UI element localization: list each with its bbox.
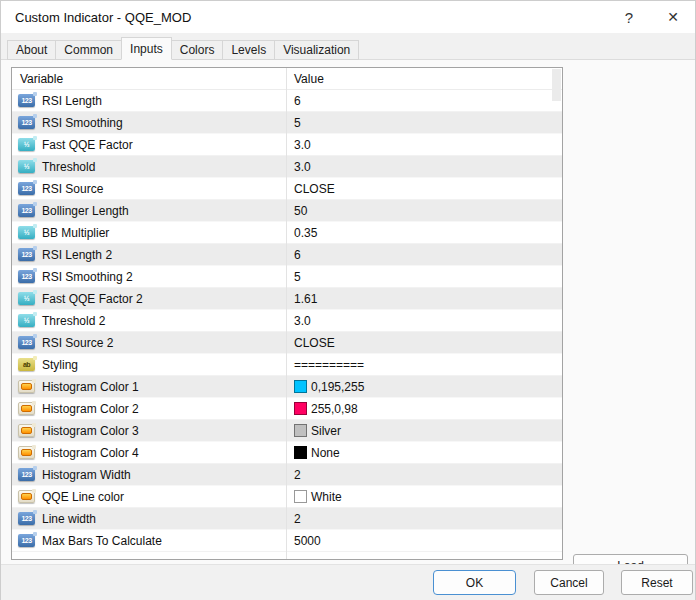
value-cell[interactable]: 1.61 bbox=[286, 292, 562, 306]
value-cell[interactable]: 5 bbox=[286, 116, 562, 130]
table-row[interactable]: ½ Threshold 2 3.0 bbox=[12, 310, 562, 332]
value-cell[interactable]: 0.35 bbox=[286, 226, 562, 240]
table-row[interactable]: QQE Line color White bbox=[12, 486, 562, 508]
color-type-icon bbox=[18, 424, 35, 437]
value-text: 1.61 bbox=[294, 292, 317, 306]
tab-colors[interactable]: Colors bbox=[171, 40, 224, 60]
variable-cell: ½ Threshold bbox=[12, 160, 286, 174]
value-cell[interactable]: 3.0 bbox=[286, 160, 562, 174]
double-type-icon: ½ bbox=[18, 292, 35, 305]
table-row[interactable]: Histogram Color 1 0,195,255 bbox=[12, 376, 562, 398]
value-cell[interactable]: White bbox=[286, 490, 562, 504]
tab-label: Colors bbox=[180, 43, 215, 57]
table-row[interactable]: 123 Line width 2 bbox=[12, 508, 562, 530]
table-row[interactable]: 123 RSI Length 6 bbox=[12, 90, 562, 112]
value-text: None bbox=[311, 446, 340, 460]
table-row[interactable]: ab Styling ========== bbox=[12, 354, 562, 376]
table-row[interactable]: 123 RSI Smoothing 5 bbox=[12, 112, 562, 134]
value-text: 2 bbox=[294, 468, 301, 482]
dialog-title: Custom Indicator - QQE_MOD bbox=[15, 10, 191, 25]
variable-label: RSI Smoothing bbox=[42, 116, 123, 130]
variable-label: Histogram Width bbox=[42, 468, 131, 482]
variable-cell: ab Styling bbox=[12, 358, 286, 372]
table-row[interactable]: ½ BB Multiplier 0.35 bbox=[12, 222, 562, 244]
variable-label: Histogram Color 1 bbox=[42, 380, 139, 394]
table-row[interactable]: 123 Max Bars To Calculate 5000 bbox=[12, 530, 562, 552]
value-cell[interactable]: Silver bbox=[286, 424, 562, 438]
variable-label: Threshold 2 bbox=[42, 314, 105, 328]
custom-indicator-dialog: Custom Indicator - QQE_MOD ? ✕ About Com… bbox=[0, 0, 696, 600]
reset-button[interactable]: Reset bbox=[621, 570, 693, 595]
value-cell[interactable]: 3.0 bbox=[286, 314, 562, 328]
table-row[interactable]: 123 RSI Source 2 CLOSE bbox=[12, 332, 562, 354]
value-cell[interactable]: 6 bbox=[286, 248, 562, 262]
tab-levels[interactable]: Levels bbox=[222, 40, 275, 60]
table-row[interactable]: Histogram Color 4 None bbox=[12, 442, 562, 464]
tab-common[interactable]: Common bbox=[55, 40, 122, 60]
value-text: Silver bbox=[311, 424, 341, 438]
value-cell[interactable]: 5000 bbox=[286, 534, 562, 548]
variable-cell: ½ Threshold 2 bbox=[12, 314, 286, 328]
variable-cell: 123 Line width bbox=[12, 512, 286, 526]
variable-label: RSI Length bbox=[42, 94, 102, 108]
table-header: Variable Value bbox=[12, 68, 562, 90]
value-cell[interactable]: 2 bbox=[286, 468, 562, 482]
column-header-variable: Variable bbox=[12, 72, 286, 86]
value-cell[interactable]: ========== bbox=[286, 358, 562, 372]
int-type-icon: 123 bbox=[18, 182, 35, 195]
table-row[interactable]: 123 RSI Smoothing 2 5 bbox=[12, 266, 562, 288]
value-cell[interactable]: 255,0,98 bbox=[286, 402, 562, 416]
table-row[interactable]: Histogram Color 2 255,0,98 bbox=[12, 398, 562, 420]
help-icon[interactable]: ? bbox=[607, 1, 651, 33]
variable-cell: 123 RSI Smoothing bbox=[12, 116, 286, 130]
table-row[interactable]: 123 Bollinger Length 50 bbox=[12, 200, 562, 222]
tab-about[interactable]: About bbox=[7, 40, 56, 60]
color-type-icon bbox=[18, 490, 35, 503]
value-cell[interactable]: 5 bbox=[286, 270, 562, 284]
close-icon[interactable]: ✕ bbox=[651, 1, 695, 33]
value-cell[interactable]: 2 bbox=[286, 512, 562, 526]
value-cell[interactable]: 3.0 bbox=[286, 138, 562, 152]
variable-label: Bollinger Length bbox=[42, 204, 129, 218]
value-cell[interactable]: 50 bbox=[286, 204, 562, 218]
value-cell[interactable]: CLOSE bbox=[286, 336, 562, 350]
cancel-button[interactable]: Cancel bbox=[534, 570, 604, 595]
table-row[interactable]: ½ Fast QQE Factor 3.0 bbox=[12, 134, 562, 156]
tab-inputs[interactable]: Inputs bbox=[121, 37, 172, 60]
variable-label: Styling bbox=[42, 358, 78, 372]
scrollbar[interactable] bbox=[552, 69, 561, 101]
value-cell[interactable]: None bbox=[286, 446, 562, 460]
ok-button[interactable]: OK bbox=[433, 570, 516, 595]
variable-cell: ½ Fast QQE Factor 2 bbox=[12, 292, 286, 306]
variable-label: Line width bbox=[42, 512, 96, 526]
double-type-icon: ½ bbox=[18, 314, 35, 327]
table-row[interactable]: 123 RSI Length 2 6 bbox=[12, 244, 562, 266]
value-text: 6 bbox=[294, 94, 301, 108]
value-text: 5000 bbox=[294, 534, 321, 548]
variable-cell: Histogram Color 1 bbox=[12, 380, 286, 394]
value-text: 5 bbox=[294, 116, 301, 130]
value-text: CLOSE bbox=[294, 336, 335, 350]
inputs-tab-page: Variable Value 123 RSI Length 6 123 RSI … bbox=[1, 59, 695, 564]
tab-visualization[interactable]: Visualization bbox=[274, 40, 359, 60]
variable-cell: 123 RSI Smoothing 2 bbox=[12, 270, 286, 284]
value-cell[interactable]: 6 bbox=[286, 94, 562, 108]
inputs-table: Variable Value 123 RSI Length 6 123 RSI … bbox=[11, 67, 563, 560]
table-row[interactable]: 123 RSI Source CLOSE bbox=[12, 178, 562, 200]
variable-label: RSI Length 2 bbox=[42, 248, 112, 262]
variable-label: RSI Source bbox=[42, 182, 103, 196]
color-swatch bbox=[294, 380, 307, 393]
table-row[interactable]: ½ Threshold 3.0 bbox=[12, 156, 562, 178]
value-text: 0,195,255 bbox=[311, 380, 364, 394]
table-row[interactable]: ½ Fast QQE Factor 2 1.61 bbox=[12, 288, 562, 310]
variable-cell: 123 RSI Length 2 bbox=[12, 248, 286, 262]
table-row[interactable]: Histogram Color 3 Silver bbox=[12, 420, 562, 442]
value-text: 50 bbox=[294, 204, 307, 218]
value-cell[interactable]: CLOSE bbox=[286, 182, 562, 196]
variable-label: Histogram Color 3 bbox=[42, 424, 139, 438]
value-text: White bbox=[311, 490, 342, 504]
table-row[interactable]: 123 Histogram Width 2 bbox=[12, 464, 562, 486]
variable-label: Histogram Color 4 bbox=[42, 446, 139, 460]
variable-label: Histogram Color 2 bbox=[42, 402, 139, 416]
value-cell[interactable]: 0,195,255 bbox=[286, 380, 562, 394]
